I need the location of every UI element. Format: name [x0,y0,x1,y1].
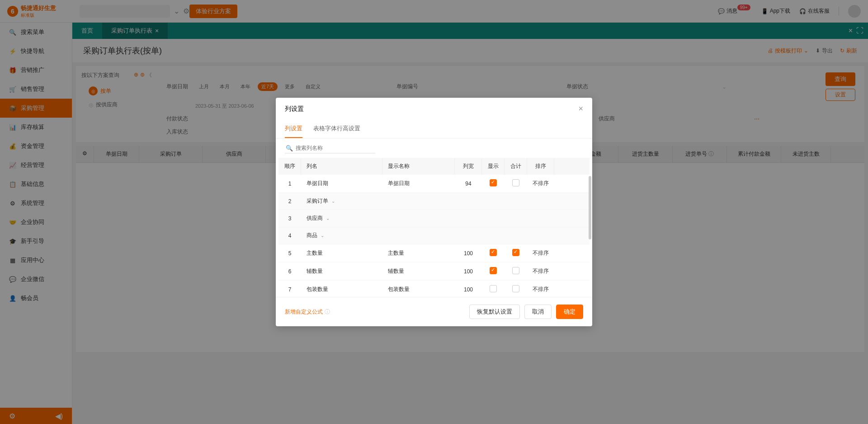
row-display[interactable]: 包装数量 [382,281,455,292]
chevron-down-icon: ⌄ [331,199,335,204]
modal-table-header: 顺序 列名 显示名称 列宽 显示 合计 排序 [278,158,590,175]
row-display[interactable] [382,197,455,206]
scrollbar[interactable] [589,176,591,292]
row-order: 4 [278,228,301,243]
row-sort[interactable] [527,231,554,240]
row-order: 2 [278,194,301,209]
row-display[interactable] [382,214,455,223]
row-total [505,175,527,192]
column-search-input[interactable] [285,143,375,153]
row-order: 5 [278,246,301,261]
modal-search: 🔍 [276,138,592,158]
row-order: 7 [278,282,301,293]
tab-font-settings[interactable]: 表格字体行高设置 [313,120,360,138]
column-row[interactable]: 4商品 ⌄ [278,227,590,244]
row-display[interactable] [382,231,455,240]
modal-tabs: 列设置 表格字体行高设置 [276,120,592,138]
show-checkbox[interactable] [490,179,497,186]
row-name: 主数量 [301,245,382,262]
column-row[interactable]: 1单据日期单据日期94不排序 [278,175,590,193]
mth-total: 合计 [505,158,527,175]
row-name: 包装数量 [301,281,382,292]
mth-display: 显示名称 [382,158,455,175]
chevron-down-icon: ⌄ [321,233,324,238]
modal-buttons: 恢复默认设置 取消 确定 [469,305,583,319]
row-sort[interactable]: 不排序 [527,263,554,280]
row-order: 6 [278,264,301,279]
row-width[interactable]: 100 [455,282,482,293]
help-icon: ⓘ [325,308,330,316]
row-width[interactable] [455,231,482,240]
row-width[interactable]: 100 [455,264,482,279]
row-show [482,197,505,206]
modal-footer: 新增自定义公式 ⓘ 恢复默认设置 取消 确定 [276,297,592,326]
row-sort[interactable] [527,197,554,206]
row-width[interactable] [455,214,482,223]
mth-order: 顺序 [278,158,301,175]
modal-title: 列设置 [285,105,304,113]
modal-table: 顺序 列名 显示名称 列宽 显示 合计 排序 1单据日期单据日期94不排序2采购… [276,158,592,292]
row-show [482,281,505,292]
row-name: 采购订单 ⌄ [301,193,382,210]
column-settings-modal: 列设置 × 列设置 表格字体行高设置 🔍 顺序 列名 显示名称 列宽 显示 合计… [276,98,592,326]
column-row[interactable]: 6辅数量辅数量100不排序 [278,262,590,281]
row-sort[interactable]: 不排序 [527,175,554,192]
row-width[interactable] [455,197,482,206]
total-checkbox[interactable] [512,285,519,292]
mth-width: 列宽 [455,158,482,175]
row-show [482,214,505,223]
row-show [482,231,505,240]
row-order: 1 [278,176,301,191]
row-sort[interactable]: 不排序 [527,245,554,262]
add-formula-link[interactable]: 新增自定义公式 ⓘ [285,308,330,316]
column-row[interactable]: 7包装数量包装数量100不排序 [278,281,590,292]
row-display[interactable]: 单据日期 [382,175,455,192]
close-icon[interactable]: × [578,104,583,114]
row-show [482,262,505,280]
row-total [505,214,527,223]
row-name: 辅数量 [301,263,382,280]
row-width[interactable]: 100 [455,246,482,261]
row-name: 单据日期 [301,175,382,192]
row-total [505,244,527,262]
row-total [505,262,527,280]
row-total [505,197,527,206]
column-row[interactable]: 2采购订单 ⌄ [278,193,590,210]
row-total [505,231,527,240]
row-width[interactable]: 94 [455,176,482,191]
total-checkbox[interactable] [512,179,519,186]
chevron-down-icon: ⌄ [326,216,330,221]
row-sort[interactable] [527,214,554,223]
row-total [505,281,527,292]
row-display[interactable]: 辅数量 [382,263,455,280]
total-checkbox[interactable] [512,267,519,274]
row-name: 商品 ⌄ [301,227,382,244]
row-order: 3 [278,211,301,226]
modal-table-body: 1单据日期单据日期94不排序2采购订单 ⌄3供应商 ⌄4商品 ⌄5主数量主数量1… [278,175,590,292]
show-checkbox[interactable] [490,267,497,274]
confirm-button[interactable]: 确定 [556,305,583,319]
row-sort[interactable]: 不排序 [527,281,554,292]
total-checkbox[interactable] [512,249,519,256]
row-name: 供应商 ⌄ [301,210,382,227]
search-icon: 🔍 [286,145,293,152]
column-row[interactable]: 5主数量主数量100不排序 [278,244,590,262]
tab-column-settings[interactable]: 列设置 [285,120,302,138]
row-display[interactable]: 主数量 [382,245,455,262]
column-row[interactable]: 3供应商 ⌄ [278,210,590,227]
row-show [482,175,505,192]
mth-name: 列名 [301,158,382,175]
mth-show: 显示 [482,158,505,175]
restore-button[interactable]: 恢复默认设置 [469,305,520,319]
cancel-button[interactable]: 取消 [524,305,552,319]
show-checkbox[interactable] [490,285,497,292]
mth-sort: 排序 [527,158,554,175]
row-show [482,244,505,262]
modal-header: 列设置 × [276,98,592,120]
show-checkbox[interactable] [490,249,497,256]
